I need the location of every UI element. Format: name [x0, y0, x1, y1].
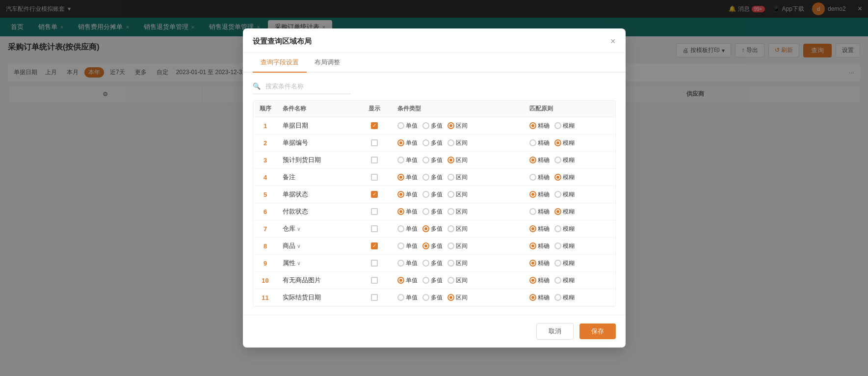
type-radio-item[interactable]: 单值 — [397, 173, 418, 182]
row-order: 8 — [253, 238, 278, 255]
type-radio-item[interactable]: 多值 — [422, 294, 443, 302]
type-radio-item[interactable]: 区间 — [447, 294, 468, 302]
radio-circle-icon — [397, 174, 404, 181]
match-radio-item[interactable]: 精确 — [529, 190, 550, 199]
table-row: 3预计到货日期单值多值区间精确模糊 — [253, 152, 615, 169]
display-checkbox[interactable] — [371, 174, 378, 181]
match-radio-item[interactable]: 精确 — [529, 294, 550, 302]
type-radio-item[interactable]: 多值 — [422, 276, 443, 285]
type-radio-item[interactable]: 单值 — [397, 242, 418, 250]
type-radio-item[interactable]: 多值 — [422, 139, 443, 147]
radio-circle-icon — [529, 174, 536, 181]
display-checkbox[interactable] — [371, 260, 378, 267]
type-radio-item[interactable]: 多值 — [422, 156, 443, 164]
table-row: 11实际结货日期单值多值区间精确模糊 — [253, 289, 615, 306]
match-radio-item[interactable]: 精确 — [529, 173, 550, 182]
type-radio-item[interactable]: 区间 — [447, 122, 468, 130]
match-radio-item[interactable]: 模糊 — [554, 156, 575, 164]
type-radio-item[interactable]: 单值 — [397, 208, 418, 216]
type-radio-item[interactable]: 多值 — [422, 122, 443, 130]
match-radio-item[interactable]: 模糊 — [554, 139, 575, 147]
type-radio-item[interactable]: 区间 — [447, 276, 468, 285]
type-radio-item[interactable]: 单值 — [397, 122, 418, 130]
match-radio-item[interactable]: 精确 — [529, 225, 550, 233]
type-radio-item[interactable]: 区间 — [447, 173, 468, 182]
row-display-checkbox — [357, 272, 393, 289]
display-checkbox[interactable] — [371, 208, 378, 215]
modal-search-bar: 🔍 — [253, 81, 351, 94]
match-radio-item[interactable]: 模糊 — [554, 259, 575, 268]
row-order: 2 — [253, 134, 278, 152]
match-radio-item[interactable]: 模糊 — [554, 190, 575, 199]
match-radio-item[interactable]: 精确 — [529, 139, 550, 147]
type-radio-item[interactable]: 单值 — [397, 156, 418, 164]
radio-circle-icon — [397, 122, 404, 129]
display-checkbox[interactable] — [371, 122, 378, 129]
table-row: 7仓库 ∨单值多值区间精确模糊 — [253, 220, 615, 238]
match-radio-item[interactable]: 精确 — [529, 208, 550, 216]
type-radio-item[interactable]: 区间 — [447, 190, 468, 199]
type-radio-item[interactable]: 区间 — [447, 208, 468, 216]
save-button[interactable]: 保存 — [579, 323, 616, 339]
type-radio-item[interactable]: 区间 — [447, 242, 468, 250]
type-radio-item[interactable]: 多值 — [422, 173, 443, 182]
type-radio-item[interactable]: 区间 — [447, 156, 468, 164]
display-checkbox[interactable] — [371, 157, 378, 163]
display-checkbox[interactable] — [371, 277, 378, 284]
row-order: 11 — [253, 289, 278, 306]
match-radio-item[interactable]: 精确 — [529, 276, 550, 285]
search-input[interactable] — [263, 81, 351, 92]
match-radio-item[interactable]: 精确 — [529, 156, 550, 164]
display-checkbox[interactable] — [371, 225, 378, 232]
match-radio-item[interactable]: 模糊 — [554, 173, 575, 182]
match-radio-item[interactable]: 模糊 — [554, 225, 575, 233]
radio-circle-icon — [397, 294, 404, 301]
row-type-options: 单值多值区间 — [393, 169, 525, 186]
type-radio-item[interactable]: 多值 — [422, 242, 443, 250]
radio-circle-icon — [554, 191, 561, 198]
tab-query-fields[interactable]: 查询字段设置 — [253, 53, 307, 73]
match-radio-item[interactable]: 模糊 — [554, 242, 575, 250]
chevron-down-icon: ∨ — [297, 243, 301, 249]
modal-close-button[interactable]: × — [610, 36, 616, 53]
type-radio-item[interactable]: 单值 — [397, 259, 418, 268]
row-display-checkbox — [357, 134, 393, 152]
match-radio-item[interactable]: 精确 — [529, 259, 550, 268]
row-match-options: 精确模糊 — [525, 152, 615, 169]
row-display-checkbox — [357, 152, 393, 169]
table-row: 4备注单值多值区间精确模糊 — [253, 169, 615, 186]
type-radio-item[interactable]: 多值 — [422, 259, 443, 268]
tab-layout-adjust[interactable]: 布局调整 — [307, 53, 348, 73]
type-radio-item[interactable]: 区间 — [447, 259, 468, 268]
radio-circle-icon — [529, 157, 536, 163]
match-radio-item[interactable]: 精确 — [529, 242, 550, 250]
type-radio-item[interactable]: 区间 — [447, 225, 468, 233]
modal-overlay: 设置查询区域布局 × 查询字段设置 布局调整 🔍 — [0, 0, 868, 376]
match-radio-item[interactable]: 模糊 — [554, 276, 575, 285]
type-radio-item[interactable]: 单值 — [397, 190, 418, 199]
row-type-options: 单值多值区间 — [393, 289, 525, 306]
type-radio-item[interactable]: 单值 — [397, 139, 418, 147]
radio-circle-icon — [422, 157, 429, 163]
display-checkbox[interactable] — [371, 242, 378, 249]
display-checkbox[interactable] — [371, 294, 378, 301]
display-checkbox[interactable] — [371, 191, 378, 198]
match-radio-item[interactable]: 模糊 — [554, 294, 575, 302]
type-radio-item[interactable]: 多值 — [422, 208, 443, 216]
radio-circle-icon — [447, 208, 454, 215]
table-row: 1单据日期单值多值区间精确模糊 — [253, 117, 615, 134]
display-checkbox[interactable] — [371, 139, 378, 146]
type-radio-item[interactable]: 多值 — [422, 225, 443, 233]
type-radio-item[interactable]: 多值 — [422, 190, 443, 199]
cancel-button[interactable]: 取消 — [536, 323, 574, 340]
match-radio-item[interactable]: 精确 — [529, 122, 550, 130]
type-radio-item[interactable]: 区间 — [447, 139, 468, 147]
radio-circle-icon — [397, 242, 404, 249]
type-radio-item[interactable]: 单值 — [397, 294, 418, 302]
radio-circle-icon — [422, 260, 429, 267]
match-radio-item[interactable]: 模糊 — [554, 122, 575, 130]
radio-circle-icon — [554, 225, 561, 232]
type-radio-item[interactable]: 单值 — [397, 276, 418, 285]
match-radio-item[interactable]: 模糊 — [554, 208, 575, 216]
type-radio-item[interactable]: 单值 — [397, 225, 418, 233]
